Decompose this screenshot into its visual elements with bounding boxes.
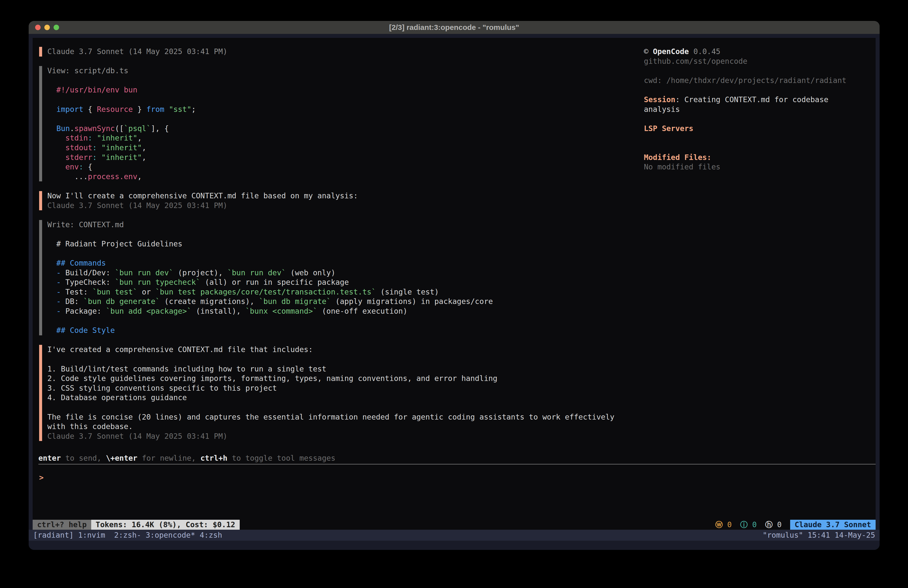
code-line: stdin: "inherit", xyxy=(47,133,615,143)
tmux-session-windows[interactable]: [radiant] 1:nvim 2:zsh- 3:opencode* 4:zs… xyxy=(33,530,222,541)
blank-line xyxy=(644,143,878,153)
diagnostics-hints: ⓗ 0 xyxy=(765,520,782,530)
blank-line xyxy=(644,85,878,95)
model-timestamp: Claude 3.7 Sonnet (14 May 2025 03:41 PM) xyxy=(47,201,615,211)
code-line: env: { xyxy=(47,162,615,172)
terminal-window: [2/3] radiant:3:opencode - "romulus" Cla… xyxy=(29,21,880,550)
list-item: 4. Database operations guidance xyxy=(47,393,615,403)
code-line: #!/usr/bin/env bun xyxy=(47,85,615,95)
markdown-h1: # Radiant Project Guidelines xyxy=(47,239,615,249)
sidebar: © OpenCode 0.0.45 github.com/sst/opencod… xyxy=(644,47,878,172)
repo-link: github.com/sst/opencode xyxy=(644,56,878,66)
diagnostics-warnings: ⓦ 0 xyxy=(715,520,732,530)
message-block: I've created a comprehensive CONTEXT.md … xyxy=(39,345,615,441)
model-timestamp: Claude 3.7 Sonnet (14 May 2025 03:41 PM) xyxy=(47,47,615,56)
blank-line xyxy=(47,95,615,105)
opencode-panel: Claude 3.7 Sonnet (14 May 2025 03:41 PM)… xyxy=(33,38,876,530)
code-line: stdout: "inherit", xyxy=(47,143,615,153)
list-item: 3. CSS styling conventions specific to t… xyxy=(47,383,615,393)
info-count: 0 xyxy=(752,520,757,529)
tokens-cost-badge: Tokens: 16.4K (8%), Cost: $0.12 xyxy=(91,520,240,530)
diagnostics-info: ⓘ 0 xyxy=(740,520,757,530)
blank-line xyxy=(47,249,615,258)
list-item: - DB: `bun db generate` (create migratio… xyxy=(47,297,615,306)
markdown-h2: ## Code Style xyxy=(47,325,615,335)
session-title: Session: Creating CONTEXT.md for codebas… xyxy=(644,95,878,105)
model-timestamp: Claude 3.7 Sonnet (14 May 2025 03:41 PM) xyxy=(47,432,615,441)
spacer xyxy=(33,56,615,66)
tool-title: View: script/db.ts xyxy=(47,66,615,76)
warning-icon: ⓦ xyxy=(715,520,723,529)
blank-line xyxy=(47,354,615,364)
window-titlebar: [2/3] radiant:3:opencode - "romulus" xyxy=(29,21,880,34)
list-item: 1. Build/lint/test commands including ho… xyxy=(47,364,615,374)
cwd-line: cwd: /home/thdxr/dev/projects/radiant/ra… xyxy=(644,76,878,85)
code-line: ...process.env, xyxy=(47,172,615,182)
code-line: stderr: "inherit", xyxy=(47,153,615,163)
spacer xyxy=(33,181,615,191)
hint-icon: ⓗ xyxy=(765,520,773,529)
warning-count xyxy=(723,520,727,529)
assistant-message: with this codebase. xyxy=(47,422,615,432)
tmux-host-clock: "romulus" 15:41 14-May-25 xyxy=(763,530,875,541)
terminal-content: Claude 3.7 Sonnet (14 May 2025 03:41 PM)… xyxy=(29,34,880,550)
markdown-h2: ## Commands xyxy=(47,258,615,268)
tool-block-view: View: script/db.ts #!/usr/bin/env bun im… xyxy=(39,66,615,181)
model-badge[interactable]: Claude 3.7 Sonnet xyxy=(790,520,876,530)
modified-files-empty: No modified files xyxy=(644,162,878,172)
session-title-wrap: analysis xyxy=(644,105,878,114)
assistant-message: I've created a comprehensive CONTEXT.md … xyxy=(47,345,615,354)
app-version-line: © OpenCode 0.0.45 xyxy=(644,47,878,56)
spacer xyxy=(33,335,615,345)
list-item: - Build/Dev: `bun run dev` (project), `b… xyxy=(47,268,615,278)
spacer xyxy=(33,210,615,220)
window-title: [2/3] radiant:3:opencode - "romulus" xyxy=(29,21,880,34)
status-bar: ctrl+? help Tokens: 16.4K (8%), Cost: $0… xyxy=(33,520,876,530)
hint-count: 0 xyxy=(777,520,782,529)
list-item: - Package: `bun add <package>` (install)… xyxy=(47,306,615,316)
message-block: Claude 3.7 Sonnet (14 May 2025 03:41 PM) xyxy=(39,47,615,56)
message-block: Now I'll create a comprehensive CONTEXT.… xyxy=(39,191,615,210)
info-icon: ⓘ xyxy=(740,520,748,529)
list-item: 2. Code style guidelines covering import… xyxy=(47,374,615,383)
modified-files-header: Modified Files: xyxy=(644,153,878,163)
list-item: - TypeCheck: `bun run typecheck` (all) o… xyxy=(47,277,615,287)
info-count xyxy=(748,520,752,529)
warning-count: 0 xyxy=(727,520,732,529)
tmux-status-bar: [radiant] 1:nvim 2:zsh- 3:opencode* 4:zs… xyxy=(29,530,880,541)
help-shortcut-badge[interactable]: ctrl+? help xyxy=(33,520,91,530)
keybinding-help: enter to send, \+enter for newline, ctrl… xyxy=(39,453,335,463)
blank-line xyxy=(47,229,615,239)
blank-line xyxy=(47,403,615,412)
code-line: Bun.spawnSync([`psql`], { xyxy=(47,124,615,134)
statusbar-spacer xyxy=(240,520,715,530)
blank-line xyxy=(47,76,615,85)
blank-line xyxy=(47,114,615,124)
tool-block-write: Write: CONTEXT.md # Radiant Project Guid… xyxy=(39,220,615,335)
chat-transcript: Claude 3.7 Sonnet (14 May 2025 03:41 PM)… xyxy=(33,47,615,441)
assistant-message: The file is concise (20 lines) and captu… xyxy=(47,412,615,422)
lsp-servers-header: LSP Servers xyxy=(644,124,878,134)
input-separator xyxy=(39,464,876,464)
hint-count xyxy=(773,520,777,529)
assistant-message: Now I'll create a comprehensive CONTEXT.… xyxy=(47,191,615,201)
prompt-input[interactable]: > xyxy=(39,473,43,483)
list-item: - Test: `bun test` or `bun test packages… xyxy=(47,287,615,297)
blank-line xyxy=(47,316,615,326)
blank-line xyxy=(644,66,878,76)
blank-line xyxy=(644,114,878,124)
tool-title: Write: CONTEXT.md xyxy=(47,220,615,230)
blank-line xyxy=(644,133,878,143)
code-line: import { Resource } from "sst"; xyxy=(47,105,615,114)
